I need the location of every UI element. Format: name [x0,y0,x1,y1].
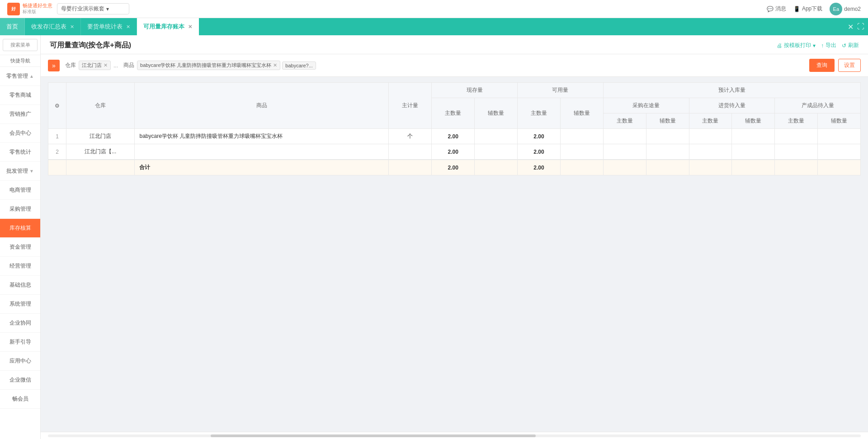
filter-expand-btn[interactable]: » [48,60,60,71]
row-1-purchase-aux [646,129,689,144]
sidebar-item-inventory-check[interactable]: 库存核算 [0,219,40,238]
nav-tabs: 首页 收发存汇总表 ✕ 要货单统计表 ✕ 可用量库存账本 ✕ ✕ ⛶ [0,18,868,35]
row-1-product-aux [818,129,861,144]
sidebar-item-ecommerce-mgmt[interactable]: 电商管理 [0,181,40,200]
chevron-down-icon: ▾ [106,6,109,12]
quick-nav-btn[interactable]: 快捷导航 [0,55,40,67]
warehouse-tag-remove[interactable]: ✕ [104,62,108,68]
warehouse-more[interactable]: ... [113,62,118,69]
top-bar: 好 畅捷通好生意 标准版 母婴行业演示账套 ▾ 💬 消息 📱 App下载 Ea … [0,0,868,18]
scroll-thumb[interactable] [211,434,536,437]
scroll-bar-area [41,432,868,439]
row-1-avail-main: 2.00 [518,129,561,144]
sidebar-item-enterprise-wechat-label: 企业微信 [9,376,31,384]
sidebar-item-finance-mgmt[interactable]: 资金管理 [0,238,40,257]
industry-select[interactable]: 母婴行业演示账套 ▾ [57,3,129,14]
tab-home[interactable]: 首页 [0,18,25,35]
row-2-purchase-aux [646,144,689,160]
tab-home-label: 首页 [6,23,18,31]
sidebar-item-retail-stats-label: 零售统计 [9,148,31,156]
sidebar-item-marketing[interactable]: 营销推广 [0,105,40,124]
sidebar-item-purchase-mgmt[interactable]: 采购管理 [0,200,40,219]
row-1-incoming-aux [732,129,775,144]
total-stock-main: 2.00 [432,160,475,175]
th-settings[interactable]: ⚙ [48,83,66,129]
tab-order-stat-close[interactable]: ✕ [126,24,130,30]
row-1-warehouse: 江北门店 [66,129,135,144]
row-1-incoming-main [689,129,732,144]
tab-inventory-book[interactable]: 可用量库存账本 ✕ [137,18,199,35]
scroll-track[interactable] [48,434,861,437]
user-profile-btn[interactable]: Ea demo2 [830,3,861,15]
refresh-label: 刷新 [848,42,859,49]
sidebar-search-area: 搜索菜单 [0,35,40,55]
row-2-avail-main: 2.00 [518,144,561,160]
th-warehouse: 仓库 [66,83,135,129]
row-2-product [135,144,389,160]
search-menu-btn[interactable]: 搜索菜单 [3,39,38,51]
row-2-stock-aux [475,144,518,160]
sidebar-item-retail-mall[interactable]: 零售商城 [0,86,40,105]
export-label: 导出 [826,42,836,49]
refresh-btn[interactable]: ↺ 刷新 [842,42,859,49]
product-tag-2[interactable]: babycare?... [282,61,316,70]
warehouse-tag[interactable]: 江北门店 ✕ [79,61,111,70]
row-2-incoming-main [689,144,732,160]
app-download-btn[interactable]: 📱 App下载 [793,5,822,13]
message-btn[interactable]: 💬 消息 [767,5,786,13]
th-avail-main: 主数量 [518,98,561,129]
sidebar-item-new-guide-label: 新手引导 [9,338,31,346]
sidebar-item-new-guide[interactable]: 新手引导 [0,333,40,352]
query-button[interactable]: 查询 [809,59,835,72]
sidebar-item-basic-info[interactable]: 基础信息 [0,276,40,295]
row-2-avail-aux [560,144,603,160]
sidebar-item-basic-info-label: 基础信息 [9,281,31,289]
table-area: ⚙ 仓库 商品 主计量 现存量 可用量 预计入库量 主数量 辅数量 主数量 辅数… [41,77,868,432]
th-stock-main: 主数量 [432,98,475,129]
sidebar-item-retail-mall-label: 零售商城 [9,91,31,99]
sidebar-item-operations-mgmt-label: 经营管理 [9,262,31,270]
tab-receive-pay-close[interactable]: ✕ [70,24,74,30]
row-1-stock-main: 2.00 [432,129,475,144]
logo-icon: 好 [7,3,20,15]
product-tag-1-remove[interactable]: ✕ [273,62,277,68]
warehouse-filter: 仓库 江北门店 ✕ ... [65,61,118,70]
refresh-icon: ↺ [842,42,846,49]
sidebar-item-member[interactable]: 畅会员 [0,390,40,409]
tab-order-stat-label: 要货单统计表 [87,23,123,31]
th-main-unit: 主计量 [389,83,432,129]
sidebar-item-app-center[interactable]: 应用中心 [0,352,40,371]
sidebar-item-inventory-check-label: 库存核算 [9,224,31,232]
product-tag-1-label: babycare学饮杯 儿童防摔防撞吸管杯重力球吸嘴杯宝宝水杯 [140,62,271,69]
template-print-btn[interactable]: 🖨 按模板打印 ▾ [777,42,816,49]
th-available: 可用量 [518,83,604,98]
th-planned-inbound: 预计入库量 [603,83,860,98]
sidebar-item-enterprise-collab[interactable]: 企业协同 [0,314,40,333]
sidebar-item-purchase-mgmt-label: 采购管理 [9,205,31,213]
sidebar-item-retail-mgmt[interactable]: 零售管理 ▲ [0,67,40,86]
sidebar-item-member-center[interactable]: 会员中心 [0,124,40,143]
sidebar: 搜索菜单 快捷导航 零售管理 ▲ 零售商城 营销推广 会员中心 零售统计 批发管… [0,35,41,439]
user-name: demo2 [844,6,861,12]
sidebar-item-member-label: 畅会员 [12,395,28,403]
tab-inventory-book-close[interactable]: ✕ [188,24,192,30]
sidebar-item-enterprise-wechat[interactable]: 企业微信 [0,371,40,390]
sidebar-item-system-mgmt[interactable]: 系统管理 [0,295,40,314]
chevron-icon-2: ▼ [29,169,34,174]
sidebar-item-wholesale-mgmt[interactable]: 批发管理 ▼ [0,162,40,181]
tab-receive-pay[interactable]: 收发存汇总表 ✕ [25,18,81,35]
row-1-unit: 个 [389,129,432,144]
tab-inventory-book-label: 可用量库存账本 [143,23,184,31]
total-avail-main: 2.00 [518,160,561,175]
setting-button[interactable]: 设置 [838,59,861,72]
tab-order-stat[interactable]: 要货单统计表 ✕ [81,18,137,35]
top-bar-right: 💬 消息 📱 App下载 Ea demo2 [767,3,861,15]
th-product-main: 主数量 [775,113,818,129]
sidebar-item-retail-stats[interactable]: 零售统计 [0,143,40,162]
sidebar-item-operations-mgmt[interactable]: 经营管理 [0,257,40,276]
fullscreen-btn[interactable]: ⛶ [857,23,864,31]
product-tag-1[interactable]: babycare学饮杯 儿童防摔防撞吸管杯重力球吸嘴杯宝宝水杯 ✕ [137,61,280,70]
row-2-purchase-main [603,144,646,160]
close-window-btn[interactable]: ✕ [848,23,854,31]
export-btn[interactable]: ↑ 导出 [821,42,836,49]
